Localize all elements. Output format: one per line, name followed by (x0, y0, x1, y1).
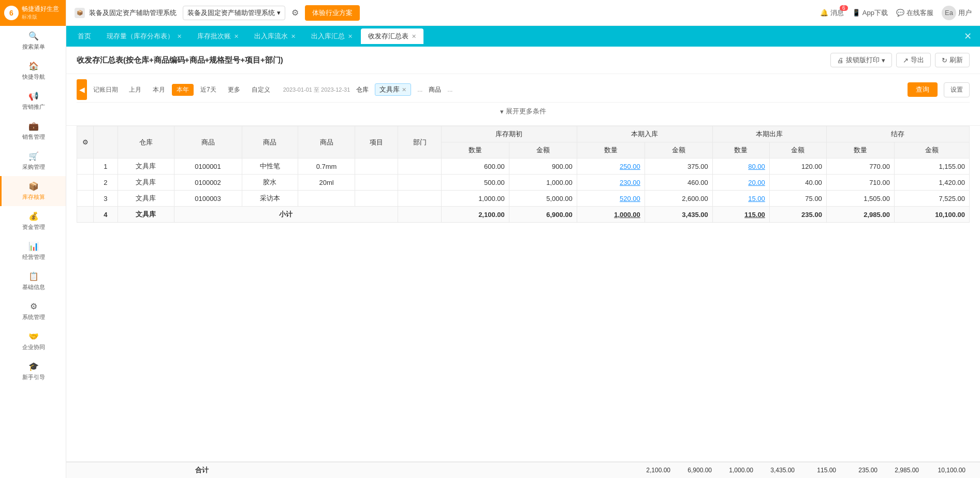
sidebar-item-marketing[interactable]: 📢营销推广 (0, 86, 66, 116)
subtotal-row: 4 文具库 小计 2,100.00 6,900.00 1,000.00 3,43… (77, 207, 970, 223)
tab-label-summary: 出入库汇总 (311, 32, 345, 41)
row-settings[interactable] (77, 158, 94, 175)
date-btn-7days[interactable]: 近7天 (196, 84, 221, 96)
col-settings-header[interactable]: ⚙ (77, 126, 94, 158)
table-container: ⚙ 仓库 商品 商品 商品 项目 部门 库存期初 本期入库 本期出库 结存 (66, 126, 980, 461)
row-dept (398, 191, 441, 207)
row-close-amt: 7,525.00 (894, 191, 969, 207)
row-out-qty[interactable]: 80.00 (712, 158, 769, 175)
warehouse-more-btn[interactable]: ... (417, 86, 422, 93)
sidebar-item-search[interactable]: 🔍搜索菜单 (0, 26, 66, 56)
tab-summary[interactable]: 出入库汇总✕ (304, 28, 360, 44)
setting-button[interactable]: 设置 (944, 82, 970, 97)
tab-label-collect-summary: 收发存汇总表 (368, 32, 408, 41)
settings-icon[interactable]: ⚙ (291, 8, 299, 18)
subtotal-warehouse: 文具库 (118, 207, 174, 223)
sidebar-item-finance[interactable]: 💰资金管理 (0, 206, 66, 236)
date-btn-this-month[interactable]: 本月 (148, 84, 170, 96)
query-button[interactable]: 查询 (908, 82, 938, 97)
tab-close-stock-dist[interactable]: ✕ (177, 33, 182, 40)
close-window-icon[interactable]: ✕ (960, 31, 976, 42)
row-in-amt: 375.00 (645, 158, 712, 175)
topbar: 📦 装备及固定资产辅助管理系统 装备及固定资产辅助管理系统 ▾ ⚙ 体验行业方案… (66, 0, 980, 26)
table-footer: 合计 2,100.00 6,900.00 1,000.00 3,435.00 1… (66, 461, 980, 478)
export-button[interactable]: ↗ 导出 (896, 53, 931, 67)
tab-collect-summary[interactable]: 收发存汇总表✕ (361, 28, 423, 44)
system-select[interactable]: 装备及固定资产辅助管理系统 ▾ (183, 6, 285, 20)
row-product-code: 0100003 (174, 191, 242, 207)
tab-close-flow[interactable]: ✕ (291, 33, 296, 40)
row-dept (398, 158, 441, 175)
print-button[interactable]: 🖨 拔锁版打印 ▾ (830, 53, 892, 67)
row-in-qty[interactable]: 250.00 (577, 158, 645, 175)
online-service-action[interactable]: 💬 在线客服 (896, 8, 933, 18)
open-amt-header: 金额 (509, 142, 577, 158)
date-btn-custom[interactable]: 自定义 (247, 84, 275, 96)
subtotal-out-qty[interactable]: 115.00 (712, 207, 769, 223)
system-icon: ⚙ (30, 301, 37, 311)
quick-nav-icon: 🏠 (28, 61, 39, 71)
row-num: 2 (94, 175, 118, 191)
expand-btn[interactable]: ▾ 展开更多条件 (496, 105, 550, 118)
sidebar-item-system[interactable]: ⚙系统管理 (0, 296, 66, 326)
basic-icon: 📋 (28, 271, 39, 281)
tab-flow[interactable]: 出入库流水✕ (247, 28, 303, 44)
tab-close-summary[interactable]: ✕ (348, 33, 353, 40)
warehouse-label: 仓库 (356, 85, 369, 94)
refresh-button[interactable]: ↻ 刷新 (935, 53, 970, 67)
col-in-header: 本期入库 (577, 126, 712, 142)
user-action[interactable]: Ea 用户 (942, 6, 972, 20)
row-out-qty[interactable]: 15.00 (712, 191, 769, 207)
sidebar-item-inventory[interactable]: 📦库存核算 (0, 176, 66, 206)
date-btn-this-year[interactable]: 本年 (172, 84, 194, 96)
messages-action[interactable]: 🔔 消息 6 (820, 8, 844, 18)
app-name: 畅捷通好生意 (22, 5, 59, 13)
warehouse-tag-close[interactable]: ✕ (402, 86, 406, 93)
table-row: 1 文具库 0100001 中性笔 0.7mm 600.00 900.00 25… (77, 158, 970, 175)
subtotal-in-qty[interactable]: 1,000.00 (577, 207, 645, 223)
page-title: 收发存汇总表(按仓库+商品编码+商品+规格型号+项目+部门) (77, 55, 283, 65)
tab-close-collect-summary[interactable]: ✕ (412, 33, 416, 40)
tab-close-batch[interactable]: ✕ (234, 33, 239, 40)
row-in-qty[interactable]: 520.00 (577, 191, 645, 207)
row-spec (298, 191, 355, 207)
row-project (355, 158, 398, 175)
row-settings[interactable] (77, 191, 94, 207)
row-out-qty[interactable]: 20.00 (712, 175, 769, 191)
subtotal-open-amt: 6,900.00 (509, 207, 577, 223)
tab-home[interactable]: 首页 (70, 28, 98, 44)
product-more-btn[interactable]: ... (447, 86, 452, 93)
total-close-qty: 2,985.00 (882, 467, 923, 474)
row-out-amt: 120.00 (769, 158, 826, 175)
sidebar-item-newbie[interactable]: 🎓新手引导 (0, 356, 66, 386)
table-row: 3 文具库 0100003 采访本 1,000.00 5,000.00 520.… (77, 191, 970, 207)
tab-stock-dist[interactable]: 现存量（库存分布表）✕ (99, 28, 189, 44)
sidebar-item-quick-nav[interactable]: 🏠快捷导航 (0, 56, 66, 86)
refresh-icon: ↻ (942, 56, 947, 64)
sidebar-item-sales[interactable]: 💼销售管理 (0, 116, 66, 146)
subtotal-num: 4 (94, 207, 118, 223)
app-download-action[interactable]: 📱 App下载 (852, 8, 888, 18)
filter-collapse-btn[interactable]: ◀ (77, 79, 87, 100)
row-product-name: 中性笔 (242, 158, 298, 175)
sidebar-item-basic[interactable]: 📋基础信息 (0, 266, 66, 296)
sidebar-item-purchase[interactable]: 🛒采购管理 (0, 146, 66, 176)
date-btn-more[interactable]: 更多 (223, 84, 245, 96)
sidebar-item-enterprise[interactable]: 🤝企业协同 (0, 326, 66, 356)
tab-batch[interactable]: 库存批次账✕ (190, 28, 246, 44)
search-icon: 🔍 (28, 31, 39, 41)
row-settings[interactable] (77, 175, 94, 191)
page-container: 收发存汇总表(按仓库+商品编码+商品+规格型号+项目+部门) 🖨 拔锁版打印 ▾… (66, 47, 980, 478)
trial-button[interactable]: 体验行业方案 (305, 5, 360, 21)
logo-icon: 6 (4, 6, 19, 20)
sidebar-item-operation[interactable]: 📊经营管理 (0, 236, 66, 266)
subtotal-close-amt: 10,100.00 (894, 207, 969, 223)
subtotal-settings[interactable] (77, 207, 94, 223)
row-close-amt: 1,420.00 (894, 175, 969, 191)
tab-label-stock-dist: 现存量（库存分布表） (107, 32, 174, 41)
tabbar: 首页现存量（库存分布表）✕库存批次账✕出入库流水✕出入库汇总✕收发存汇总表✕ ✕ (66, 26, 980, 47)
product-label: 商品 (429, 85, 441, 94)
col-spec-header: 商品 (298, 126, 355, 158)
row-in-qty[interactable]: 230.00 (577, 175, 645, 191)
date-btn-last-month[interactable]: 上月 (124, 84, 146, 96)
